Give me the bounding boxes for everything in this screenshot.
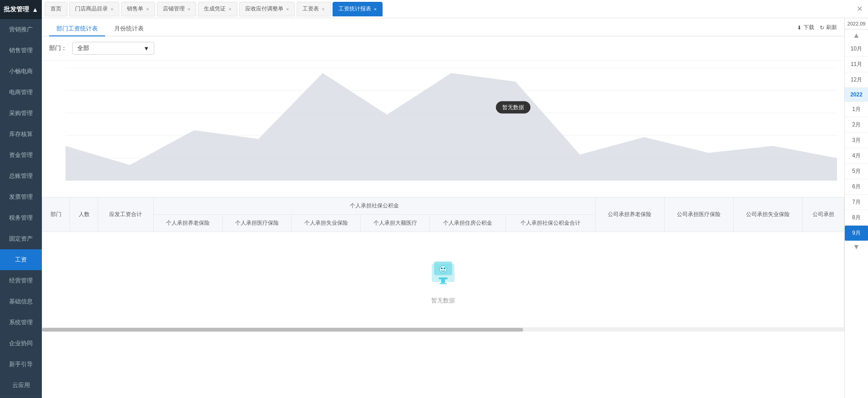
sub-tab-bar: 部门工资统计表 月份统计表 ⬇ 下载 ↻ 刷新	[42, 18, 844, 36]
svg-point-14	[444, 267, 445, 269]
sidebar-item-销售管理[interactable]: 销售管理	[0, 40, 42, 61]
refresh-button[interactable]: ↻ 刷新	[820, 24, 837, 31]
col-personal-med: 个人承担医疗保险	[222, 215, 292, 232]
sidebar-item-小畅电商[interactable]: 小畅电商	[0, 61, 42, 82]
empty-state-cell: 暂无数据	[42, 232, 844, 328]
sub-tab-actions: ⬇ 下载 ↻ 刷新	[797, 24, 837, 34]
tab-close-icon[interactable]: ×	[111, 6, 113, 12]
sidebar: 批发管理 ▲ 营销推广销售管理小畅电商电商管理采购管理库存核算资金管理总账管理发…	[0, 0, 42, 398]
date-panel-month-12月[interactable]: 12月	[845, 72, 868, 88]
sidebar-header[interactable]: 批发管理 ▲	[0, 0, 42, 19]
sidebar-item-固定资产[interactable]: 固定资产	[0, 228, 42, 249]
tab-close-all: ✕	[853, 5, 866, 13]
date-panel-month-3月[interactable]: 3月	[845, 133, 868, 148]
sidebar-title: 批发管理	[4, 5, 29, 14]
chevron-down-icon: ▼	[143, 45, 149, 52]
tab-label: 工资统计报表	[338, 5, 371, 13]
page-panel: 部门工资统计表 月份统计表 ⬇ 下载 ↻ 刷新 部门：	[42, 18, 844, 398]
tab-close-icon[interactable]: ×	[146, 6, 149, 12]
date-panel-month-8月[interactable]: 8月	[845, 210, 868, 226]
sidebar-item-企业协同[interactable]: 企业协同	[0, 333, 42, 354]
content-area: 部门工资统计表 月份统计表 ⬇ 下载 ↻ 刷新 部门：	[42, 18, 868, 398]
date-panel-month-10月[interactable]: 10月	[845, 41, 868, 57]
tab-生成凭证[interactable]: 生成凭证×	[198, 2, 237, 16]
sidebar-item-云应用[interactable]: 云应用	[0, 375, 42, 396]
col-company-old: 公司承担养老保险	[595, 197, 664, 232]
date-panel-up[interactable]: ▲	[845, 30, 868, 41]
sidebar-item-基础信息[interactable]: 基础信息	[0, 291, 42, 312]
tab-首页[interactable]: 首页	[45, 2, 67, 16]
sidebar-item-总账管理[interactable]: 总账管理	[0, 166, 42, 186]
tab-close-icon[interactable]: ×	[228, 6, 231, 12]
tab-label: 应收应付调整单	[245, 5, 283, 13]
tab-门店商品目录[interactable]: 门店商品目录×	[69, 2, 119, 16]
sidebar-item-工资[interactable]: 工资	[0, 249, 42, 270]
sidebar-item-系统管理[interactable]: 系统管理	[0, 312, 42, 333]
tab-label: 生成凭证	[204, 5, 226, 13]
tab-label: 门店商品目录	[75, 5, 108, 13]
sidebar-item-税务管理[interactable]: 税务管理	[0, 207, 42, 228]
chart-inner: 暂无数据	[66, 68, 837, 181]
download-button[interactable]: ⬇ 下载	[797, 24, 814, 31]
tab-close-icon[interactable]: ×	[286, 6, 289, 12]
tab-close-icon[interactable]: ×	[374, 6, 377, 12]
date-panel-month-7月[interactable]: 7月	[845, 195, 868, 210]
date-panel-month-11月[interactable]: 11月	[845, 57, 868, 72]
date-panel-month-9月[interactable]: 9月	[845, 226, 868, 241]
sidebar-item-发票管理[interactable]: 发票管理	[0, 186, 42, 207]
sidebar-item-电商管理[interactable]: 电商管理	[0, 82, 42, 103]
date-panel-month-2月[interactable]: 2月	[845, 117, 868, 133]
chart-container: 暂无数据	[49, 68, 837, 190]
svg-point-13	[441, 267, 443, 269]
refresh-icon: ↻	[820, 25, 824, 31]
tab-bar: 首页门店商品目录×销售单×店铺管理×生成凭证×应收应付调整单×工资表×工资统计报…	[42, 0, 868, 18]
date-panel-month-2022[interactable]: 2022	[845, 88, 868, 102]
sidebar-arrow-icon: ▲	[32, 6, 38, 13]
tab-dept-stats[interactable]: 部门工资统计表	[49, 22, 105, 36]
tab-label: 工资表	[303, 5, 319, 13]
close-all-icon[interactable]: ✕	[857, 5, 863, 13]
date-panel-month-4月[interactable]: 4月	[845, 148, 868, 164]
col-count: 人数	[70, 197, 98, 232]
col-personal-total: 个人承担社保公积金合计	[505, 215, 595, 232]
svg-rect-10	[439, 277, 448, 279]
tab-应收应付调整单[interactable]: 应收应付调整单×	[239, 2, 295, 16]
chart-area: 暂无数据	[42, 60, 844, 197]
tab-工资表[interactable]: 工资表×	[297, 2, 330, 16]
date-panel-month-6月[interactable]: 6月	[845, 179, 868, 195]
svg-rect-12	[439, 283, 447, 284]
sidebar-items-container: 营销推广销售管理小畅电商电商管理采购管理库存核算资金管理总账管理发票管理税务管理…	[0, 19, 42, 396]
table-wrapper[interactable]: 部门 人数 应发工资合计 个人承担社保公积金 公司承担养老保险 公司承担医疗保险…	[42, 197, 844, 398]
sidebar-item-资金管理[interactable]: 资金管理	[0, 145, 42, 166]
empty-state-icon	[425, 255, 461, 291]
col-group-personal: 个人承担社保公积金	[153, 197, 595, 215]
filter-bar: 部门： 全部 ▼	[42, 36, 844, 60]
date-panel-month-1月[interactable]: 1月	[845, 102, 868, 117]
tab-label: 销售单	[127, 5, 143, 13]
col-personal-old: 个人承担养老保险	[153, 215, 222, 232]
filter-dept-label: 部门：	[49, 44, 67, 52]
sidebar-item-新手引导[interactable]: 新手引导	[0, 354, 42, 375]
tab-close-icon[interactable]: ×	[322, 6, 324, 12]
col-personal-housing: 个人承担住房公积金	[429, 215, 505, 232]
dept-select[interactable]: 全部 ▼	[72, 42, 154, 55]
svg-rect-11	[441, 279, 445, 283]
tab-工资统计报表[interactable]: 工资统计报表×	[333, 2, 383, 16]
sidebar-item-采购管理[interactable]: 采购管理	[0, 103, 42, 124]
date-panel-month-5月[interactable]: 5月	[845, 164, 868, 179]
sidebar-item-营销推广[interactable]: 营销推广	[0, 19, 42, 40]
date-panel: 2022.09 ▲ 10月11月12月20221月2月3月4月5月6月7月8月9…	[844, 18, 868, 398]
tab-店铺管理[interactable]: 店铺管理×	[157, 2, 196, 16]
sidebar-item-经营管理[interactable]: 经营管理	[0, 270, 42, 291]
tab-month-stats[interactable]: 月份统计表	[107, 22, 151, 36]
settings-button[interactable]: ⚙	[0, 396, 42, 398]
col-dept: 部门	[42, 197, 70, 232]
sidebar-item-库存核算[interactable]: 库存核算	[0, 124, 42, 145]
tab-销售单[interactable]: 销售单×	[121, 2, 155, 16]
tab-label: 店铺管理	[163, 5, 185, 13]
date-panel-down[interactable]: ▼	[845, 241, 868, 253]
col-personal-major-med: 个人承担大额医疗	[361, 215, 430, 232]
chart-y-axis	[49, 68, 63, 181]
sub-tabs: 部门工资统计表 月份统计表	[49, 22, 151, 36]
tab-close-icon[interactable]: ×	[187, 6, 190, 12]
